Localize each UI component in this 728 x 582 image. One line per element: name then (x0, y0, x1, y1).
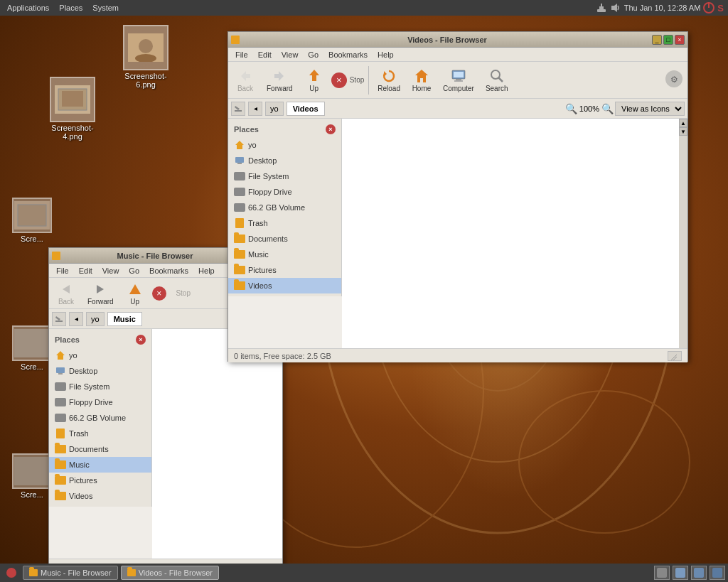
taskbar-icon3[interactable] (691, 566, 707, 580)
sidebar-filesystem-music[interactable]: File System (49, 379, 151, 394)
sidebar-videos-videos[interactable]: Videos (228, 278, 341, 293)
minimize-btn-videos[interactable]: _ (652, 35, 662, 45)
toolbar-videos: Back Forward Up × Stop Reload H (228, 62, 687, 99)
address-bar-videos: ◂ yo Videos 🔍 100% 🔍 View as Icons View … (228, 99, 687, 119)
computer-btn-videos[interactable]: Computer (439, 66, 478, 94)
zoom-in-btn[interactable]: 🔍 (601, 102, 614, 115)
menu-edit-music[interactable]: Edit (75, 265, 97, 276)
menu-view-music[interactable]: View (98, 265, 124, 276)
svg-rect-18 (14, 457, 50, 485)
addr-edit-btn-music[interactable] (52, 312, 66, 326)
desktop-icon-screenshot3[interactable]: Scre... (4, 198, 60, 243)
sidebar-floppy-videos[interactable]: Floppy Drive (228, 184, 341, 200)
back-btn-videos[interactable]: Back (231, 66, 259, 94)
svg-rect-45 (694, 568, 704, 578)
status-resize-handle[interactable] (668, 351, 682, 361)
panel-system[interactable]: System (88, 2, 123, 14)
back-btn-music[interactable]: Back (52, 279, 80, 307)
desktop-icon-screenshot4[interactable]: Screenshot-4.png (44, 77, 101, 141)
sidebar-filesystem-videos[interactable]: File System (228, 168, 341, 184)
svg-marker-24 (274, 71, 284, 81)
zoom-out-btn[interactable]: 🔍 (565, 102, 578, 115)
up-btn-music[interactable]: Up (121, 279, 149, 307)
panel-applications[interactable]: Applications (3, 2, 53, 14)
sidebar-trash-videos[interactable]: Trash (228, 215, 341, 231)
desktop-icon-screenshot6[interactable]: Screenshot-6.png (117, 25, 174, 89)
home-btn-videos[interactable]: Home (407, 66, 436, 94)
power-icon[interactable] (703, 2, 714, 14)
network-icon (596, 2, 607, 14)
volume-icon-music (55, 412, 66, 424)
volume-icon-videos (234, 202, 245, 213)
menu-view-videos[interactable]: View (277, 49, 303, 60)
sidebar-close-videos[interactable]: × (326, 124, 336, 134)
main-scrollbar[interactable]: ▲ ▼ (679, 119, 687, 348)
sidebar-volume-videos[interactable]: 66.2 GB Volume (228, 200, 341, 215)
close-btn-videos[interactable]: × (675, 35, 685, 45)
window-title-videos: Videos - File Browser (242, 36, 652, 44)
menu-go-videos[interactable]: Go (304, 49, 323, 60)
sidebar-desktop-music[interactable]: Desktop (49, 363, 151, 379)
menu-help-music[interactable]: Help (194, 265, 219, 276)
taskbar-icon-area (3, 566, 20, 580)
view-select[interactable]: View as Icons View as List (615, 102, 685, 116)
stop-btn-music[interactable]: × (152, 286, 166, 301)
search-btn-videos[interactable]: Search (481, 66, 513, 94)
svg-rect-16 (18, 205, 46, 226)
addr-edit-btn-videos[interactable] (231, 102, 245, 116)
addr-nav-btn-videos[interactable]: ◂ (248, 102, 262, 116)
sidebar-documents-music[interactable]: Documents (49, 441, 151, 457)
stop-btn-videos[interactable]: × (331, 72, 347, 88)
menu-bookmarks-videos[interactable]: Bookmarks (324, 49, 372, 60)
sidebar-volume-music[interactable]: 66.2 GB Volume (49, 410, 151, 426)
menu-file-videos[interactable]: File (231, 49, 252, 60)
sidebar-desktop-videos[interactable]: Desktop (228, 153, 341, 168)
svg-rect-19 (55, 320, 63, 322)
stop-label-music[interactable]: Stop (169, 288, 198, 298)
menu-bookmarks-music[interactable]: Bookmarks (145, 265, 193, 276)
desktop-icon-label: Scre... (21, 362, 43, 371)
taskbar-icon4[interactable] (710, 566, 725, 580)
taskbar-icon2[interactable] (673, 566, 688, 580)
sidebar-videos-music[interactable]: Videos (49, 488, 151, 504)
forward-btn-videos[interactable]: Forward (262, 66, 297, 94)
svg-marker-23 (241, 71, 250, 81)
window-body-music: Places × yo Desktop (49, 329, 282, 559)
sidebar-pictures-videos[interactable]: Pictures (228, 262, 341, 278)
up-btn-videos[interactable]: Up (300, 66, 328, 94)
menu-go-music[interactable]: Go (124, 265, 144, 276)
panel-power-label: S (717, 3, 724, 14)
floppy-icon-music (55, 397, 66, 408)
menu-edit-videos[interactable]: Edit (254, 49, 276, 60)
menu-file-music[interactable]: File (52, 265, 73, 276)
sidebar-close-music[interactable]: × (136, 335, 146, 345)
reload-btn-videos[interactable]: Reload (373, 66, 405, 94)
taskbar-music-btn[interactable]: Music - File Browser (23, 566, 118, 580)
menu-help-videos[interactable]: Help (373, 49, 398, 60)
taskbar-icon1[interactable] (654, 566, 670, 580)
music-folder-icon-music (55, 459, 66, 470)
svg-rect-21 (56, 367, 65, 373)
maximize-btn-videos[interactable]: □ (663, 35, 673, 45)
main-area-videos: ▲ ▼ (342, 119, 687, 348)
addr-path-yo-music[interactable]: yo (86, 312, 105, 326)
addr-nav-btn-music[interactable]: ◂ (69, 312, 83, 326)
sidebar-yo-music[interactable]: yo (49, 347, 151, 363)
sidebar-music-music[interactable]: Music (49, 457, 151, 473)
addr-path-yo-videos[interactable]: yo (265, 102, 284, 116)
sidebar-floppy-music[interactable]: Floppy Drive (49, 394, 151, 410)
sidebar-documents-videos[interactable]: Documents (228, 231, 341, 247)
title-bar-videos[interactable]: Videos - File Browser _ □ × (228, 32, 687, 48)
sidebar-yo-videos[interactable]: yo (228, 137, 341, 153)
taskbar-videos-btn[interactable]: Videos - File Browser (121, 566, 219, 580)
desktop-icon-sm-music (55, 365, 66, 377)
svg-marker-37 (235, 141, 244, 149)
svg-rect-5 (597, 9, 606, 12)
forward-btn-music[interactable]: Forward (83, 279, 118, 307)
sidebar-pictures-music[interactable]: Pictures (49, 473, 151, 488)
svg-rect-31 (454, 72, 464, 77)
sidebar-music-videos[interactable]: Music (228, 247, 341, 262)
svg-marker-25 (309, 70, 319, 81)
panel-places[interactable]: Places (55, 2, 87, 14)
sidebar-trash-music[interactable]: Trash (49, 426, 151, 441)
